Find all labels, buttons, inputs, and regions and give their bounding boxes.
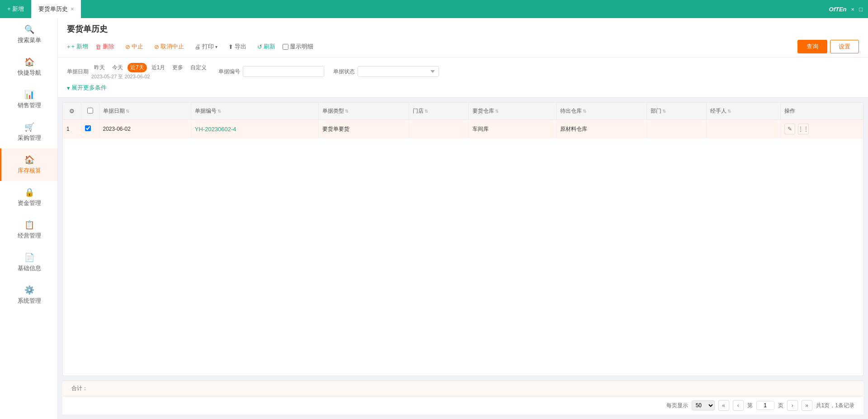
table-row: 1 2023-06-02 YH-20230602-4 要货单要货 车间库 原材料… xyxy=(63,120,863,138)
top-bar: + 新增 要货单历史 × OfTEn × □ xyxy=(0,0,868,18)
main-layout: 🔍 搜索菜单 🏠 快捷导航 📊 销售管理 🛒 采购管理 🏠 库存核算 🔒 资金管… xyxy=(0,18,868,419)
shortcut-more[interactable]: 更多 xyxy=(170,63,186,72)
sidebar-item-search[interactable]: 🔍 搜索菜单 xyxy=(0,18,57,51)
tab-close-icon[interactable]: × xyxy=(71,6,74,12)
first-page-btn[interactable]: « xyxy=(718,400,729,411)
th-doc-type: 单据类型⇅ xyxy=(318,103,409,120)
export-button-label: 导出 xyxy=(235,43,246,51)
td-doc-type: 要货单要货 xyxy=(318,120,409,138)
date-filter-label: 单据日期 xyxy=(67,68,89,76)
th-pending-warehouse: 待出仓库⇅ xyxy=(557,103,647,120)
th-checkbox xyxy=(81,103,99,120)
select-all-checkbox[interactable] xyxy=(87,108,93,114)
export-button[interactable]: ⬆ 导出 xyxy=(225,41,250,52)
sidebar-item-basic[interactable]: 📄 基础信息 xyxy=(0,246,57,279)
tab-requisition-label: 要货单历史 xyxy=(38,5,68,13)
sidebar-item-operation-label: 经营管理 xyxy=(18,232,41,240)
stop-button-label: 中止 xyxy=(132,43,143,51)
date-range-display: 2023-05-27 至 2023-06-02 xyxy=(91,73,209,80)
toolbar-right: 查询 设置 xyxy=(797,40,859,53)
sidebar-item-operation[interactable]: 📋 经营管理 xyxy=(0,214,57,246)
doc-no-link[interactable]: YH-20230602-4 xyxy=(195,126,236,133)
sidebar-item-purchase[interactable]: 🛒 采购管理 xyxy=(0,116,57,148)
brand-label: OfTEn xyxy=(829,6,847,13)
sort-store-icon[interactable]: ⇅ xyxy=(425,109,428,114)
pagination-bar: 每页显示 20 50 100 200 « ‹ 第 页 › » 共1页，1条记录 xyxy=(62,396,863,414)
sort-doc-date-icon[interactable]: ⇅ xyxy=(126,109,129,114)
td-store xyxy=(409,120,468,138)
cancel-stop-button[interactable]: ⊘ 取消中止 xyxy=(151,41,188,52)
cancel-stop-label: 取消中止 xyxy=(160,43,184,51)
th-actions: 操作 xyxy=(780,103,863,120)
filter-status: 单据状态 xyxy=(333,66,439,77)
shortcut-yesterday[interactable]: 昨天 xyxy=(91,63,108,72)
print-button-label: 打印 xyxy=(202,43,214,51)
sort-handler-icon[interactable]: ⇅ xyxy=(727,109,731,114)
expand-more-label: 展开更多条件 xyxy=(71,84,107,92)
sort-doc-type-icon[interactable]: ⇅ xyxy=(345,109,349,114)
prev-page-btn[interactable]: ‹ xyxy=(733,400,744,411)
td-req-warehouse: 车间库 xyxy=(468,120,556,138)
next-page-btn[interactable]: › xyxy=(787,400,798,411)
th-settings: ⚙ xyxy=(63,103,81,120)
page-size-select[interactable]: 20 50 100 200 xyxy=(692,400,715,410)
page-of-label: 页 xyxy=(778,402,783,409)
tab-requisition-history[interactable]: 要货单历史 × xyxy=(31,0,81,18)
th-dept: 部门⇅ xyxy=(646,103,706,120)
sort-doc-no-icon[interactable]: ⇅ xyxy=(217,109,221,114)
tab-home[interactable]: + 新增 xyxy=(0,0,31,18)
sort-dept-icon[interactable]: ⇅ xyxy=(662,109,666,114)
display-detail-label: 显示明细 xyxy=(290,43,313,51)
inventory-icon: 🏠 xyxy=(24,155,34,165)
sidebar-item-quick-nav[interactable]: 🏠 快捷导航 xyxy=(0,51,57,83)
sort-pending-warehouse-icon[interactable]: ⇅ xyxy=(583,109,586,114)
shortcut-7days[interactable]: 近7天 xyxy=(127,63,147,72)
sidebar-item-finance[interactable]: 🔒 资金管理 xyxy=(0,181,57,214)
stop-icon: ⊘ xyxy=(125,43,130,50)
display-detail-input[interactable] xyxy=(283,44,288,50)
new-button-label: + 新增 xyxy=(71,43,88,51)
sidebar-item-quick-nav-label: 快捷导航 xyxy=(18,69,41,77)
sidebar-item-inventory[interactable]: 🏠 库存核算 xyxy=(0,148,57,181)
shortcut-custom[interactable]: 自定义 xyxy=(188,63,209,72)
td-actions: ✎ ⋮⋮ xyxy=(780,120,863,138)
expand-down-icon: ▾ xyxy=(67,85,70,91)
tab-home-label: + 新增 xyxy=(7,5,24,13)
doc-no-input[interactable] xyxy=(243,66,324,77)
sidebar-item-inventory-label: 库存核算 xyxy=(18,167,41,175)
print-dropdown-icon: ▾ xyxy=(215,44,217,49)
td-checkbox xyxy=(81,120,99,138)
shortcut-1month[interactable]: 近1月 xyxy=(149,63,168,72)
th-handler: 经手人⇅ xyxy=(707,103,780,120)
sidebar-item-system-label: 系统管理 xyxy=(18,297,41,305)
expand-more-btn[interactable]: ▾ 展开更多条件 xyxy=(67,84,859,92)
refresh-button[interactable]: ↺ 刷新 xyxy=(254,41,279,52)
new-button[interactable]: + + 新增 xyxy=(67,43,88,51)
delete-button[interactable]: 🗑 删除 xyxy=(92,41,118,52)
sort-req-warehouse-icon[interactable]: ⇅ xyxy=(495,109,499,114)
maximize-icon[interactable]: □ xyxy=(859,6,863,13)
td-dept xyxy=(646,120,706,138)
td-handler xyxy=(707,120,780,138)
sidebar: 🔍 搜索菜单 🏠 快捷导航 📊 销售管理 🛒 采购管理 🏠 库存核算 🔒 资金管… xyxy=(0,18,58,419)
display-detail-checkbox[interactable]: 显示明细 xyxy=(283,43,313,51)
sidebar-item-sales[interactable]: 📊 销售管理 xyxy=(0,83,57,116)
settings-button[interactable]: 设置 xyxy=(830,40,859,53)
settings-icon[interactable]: ⚙ xyxy=(69,108,75,114)
sidebar-item-purchase-label: 采购管理 xyxy=(18,134,41,142)
stop-button[interactable]: ⊘ 中止 xyxy=(122,41,147,52)
status-select[interactable] xyxy=(358,66,439,77)
filter-date: 单据日期 昨天 今天 近7天 近1月 更多 自定义 2023-05-27 至 2… xyxy=(67,63,209,80)
last-page-btn[interactable]: » xyxy=(802,400,812,411)
shortcut-today[interactable]: 今天 xyxy=(109,63,126,72)
close-window-icon[interactable]: × xyxy=(851,6,855,13)
delete-icon: 🗑 xyxy=(95,43,101,50)
print-button[interactable]: 🖨 打印 ▾ xyxy=(191,41,221,52)
sidebar-item-system[interactable]: ⚙️ 系统管理 xyxy=(0,279,57,311)
filter-doc-no: 单据编号 xyxy=(218,66,324,77)
page-number-input[interactable] xyxy=(756,401,774,410)
row-checkbox[interactable] xyxy=(85,125,91,131)
row-edit-icon[interactable]: ✎ xyxy=(784,124,795,134)
query-button[interactable]: 查询 xyxy=(797,40,827,53)
row-more-icon[interactable]: ⋮⋮ xyxy=(798,124,809,134)
